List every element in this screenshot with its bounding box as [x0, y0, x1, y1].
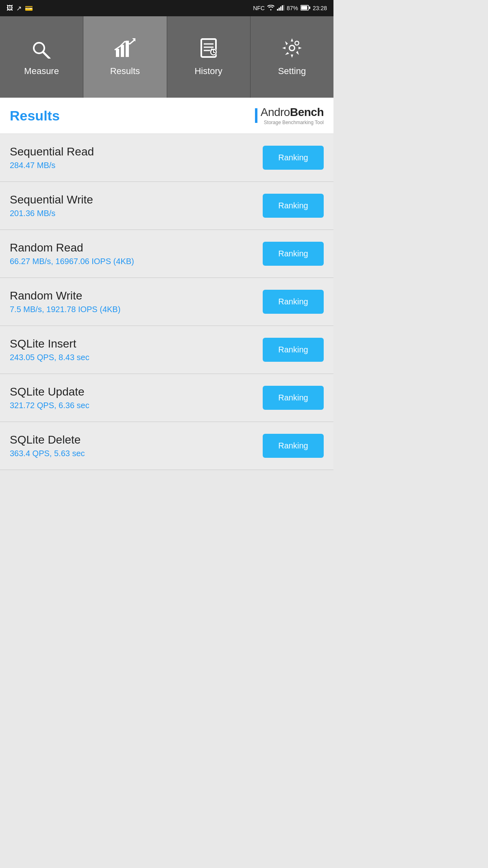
tab-measure[interactable]: Measure [0, 16, 83, 98]
result-value: 321.72 QPS, 6.36 sec [10, 401, 263, 410]
svg-line-9 [43, 52, 50, 59]
tab-setting-label: Setting [278, 66, 306, 77]
setting-icon [281, 37, 303, 62]
svg-rect-3 [282, 5, 283, 11]
svg-rect-11 [121, 45, 124, 57]
logo-area: AndroBench Storage Benchmarking Tool [255, 106, 324, 125]
time-label: 23:28 [313, 5, 327, 11]
result-info: Sequential Write201.36 MB/s [10, 193, 263, 218]
logo-text-container: AndroBench Storage Benchmarking Tool [261, 106, 324, 125]
svg-rect-4 [283, 5, 284, 11]
logo-bar: AndroBench Storage Benchmarking Tool [255, 106, 324, 125]
nav-tabs: Measure Results [0, 16, 333, 98]
result-info: Random Write7.5 MB/s, 1921.78 IOPS (4KB) [10, 289, 263, 314]
ranking-button[interactable]: Ranking [263, 386, 324, 410]
result-value: 66.27 MB/s, 16967.06 IOPS (4KB) [10, 257, 263, 266]
signal-icon [277, 5, 284, 12]
ranking-button[interactable]: Ranking [263, 146, 324, 170]
result-name: Sequential Write [10, 193, 263, 206]
svg-rect-2 [280, 7, 281, 11]
result-info: Random Read66.27 MB/s, 16967.06 IOPS (4K… [10, 241, 263, 266]
page-header: Results AndroBench Storage Benchmarking … [0, 98, 333, 134]
result-value: 7.5 MB/s, 1921.78 IOPS (4KB) [10, 305, 263, 314]
result-item: Random Write7.5 MB/s, 1921.78 IOPS (4KB)… [0, 278, 333, 326]
result-item: Sequential Write201.36 MB/sRanking [0, 182, 333, 230]
tab-results-label: Results [110, 66, 140, 77]
result-name: SQLite Insert [10, 337, 263, 350]
svg-point-24 [290, 46, 294, 50]
result-item: Sequential Read284.47 MB/sRanking [0, 134, 333, 182]
ranking-button[interactable]: Ranking [263, 434, 324, 458]
svg-rect-10 [116, 49, 119, 57]
tab-history[interactable]: History [167, 16, 251, 98]
svg-point-26 [295, 42, 298, 45]
result-value: 243.05 QPS, 8.43 sec [10, 353, 263, 362]
tab-setting[interactable]: Setting [251, 16, 333, 98]
result-name: Random Read [10, 241, 263, 254]
svg-rect-1 [279, 8, 280, 11]
history-icon [198, 37, 219, 62]
page-title: Results [10, 108, 60, 124]
result-name: SQLite Update [10, 385, 263, 398]
result-info: SQLite Update321.72 QPS, 6.36 sec [10, 385, 263, 410]
ranking-button[interactable]: Ranking [263, 194, 324, 218]
sim-icon: 💳 [25, 4, 33, 12]
result-name: Sequential Read [10, 145, 263, 158]
nfc-label: NFC [253, 5, 265, 11]
result-info: SQLite Insert243.05 QPS, 8.43 sec [10, 337, 263, 362]
result-item: SQLite Update321.72 QPS, 6.36 secRanking [0, 374, 333, 422]
result-item: SQLite Insert243.05 QPS, 8.43 secRanking [0, 326, 333, 374]
battery-icon [301, 5, 310, 12]
battery-percent: 87% [287, 5, 298, 11]
svg-rect-6 [309, 7, 310, 9]
status-bar: 🖼 ↗ 💳 NFC 87% [0, 0, 333, 16]
tab-history-label: History [194, 66, 222, 77]
results-list: Sequential Read284.47 MB/sRankingSequent… [0, 134, 333, 470]
arrow-icon: ↗ [16, 4, 22, 12]
result-item: Random Read66.27 MB/s, 16967.06 IOPS (4K… [0, 230, 333, 278]
tab-results[interactable]: Results [83, 16, 167, 98]
results-icon [114, 37, 135, 62]
status-right: NFC 87% 23:28 [253, 5, 327, 12]
status-left: 🖼 ↗ 💳 [7, 4, 33, 12]
logo-accent-bar [255, 108, 257, 123]
measure-icon [31, 37, 52, 62]
logo-name: AndroBench [261, 106, 324, 119]
result-item: SQLite Delete363.4 QPS, 5.63 secRanking [0, 422, 333, 470]
logo-part1: Andro [261, 106, 290, 118]
result-value: 363.4 QPS, 5.63 sec [10, 449, 263, 458]
logo-subtitle: Storage Benchmarking Tool [261, 120, 324, 125]
result-value: 284.47 MB/s [10, 161, 263, 170]
ranking-button[interactable]: Ranking [263, 242, 324, 266]
image-icon: 🖼 [7, 4, 13, 12]
ranking-button[interactable]: Ranking [263, 290, 324, 314]
result-info: Sequential Read284.47 MB/s [10, 145, 263, 170]
result-value: 201.36 MB/s [10, 209, 263, 218]
result-info: SQLite Delete363.4 QPS, 5.63 sec [10, 433, 263, 458]
svg-rect-0 [277, 9, 278, 11]
svg-rect-7 [301, 6, 307, 9]
tab-measure-label: Measure [24, 66, 59, 77]
ranking-button[interactable]: Ranking [263, 338, 324, 362]
wifi-icon [267, 5, 274, 12]
result-name: Random Write [10, 289, 263, 302]
logo-part2: Bench [290, 106, 324, 118]
result-name: SQLite Delete [10, 433, 263, 446]
